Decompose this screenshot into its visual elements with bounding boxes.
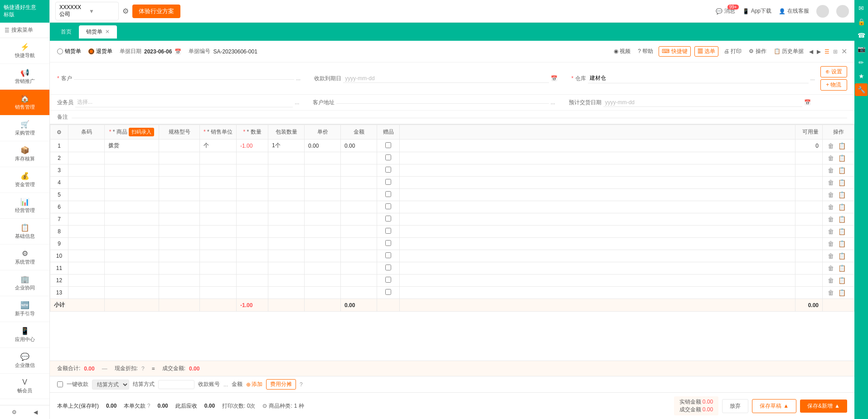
row-barcode[interactable]	[68, 164, 105, 177]
customer-dots[interactable]: ...	[296, 75, 301, 82]
row-amount[interactable]	[341, 226, 377, 238]
row-barcode[interactable]	[68, 201, 105, 213]
row-pkgqty[interactable]	[268, 164, 305, 177]
expected-date-calendar-icon[interactable]: 📅	[804, 99, 811, 106]
copy-row-icon[interactable]: 📋	[838, 167, 846, 174]
tab-sales-order[interactable]: 销货单 ✕	[79, 25, 117, 39]
avatar-2[interactable]	[836, 5, 849, 18]
fee-split-button[interactable]: 费用分摊	[266, 379, 296, 390]
row-gift[interactable]	[377, 213, 400, 226]
list-view-icon[interactable]: ☰	[824, 48, 829, 55]
row-spec[interactable]	[159, 287, 200, 299]
row-barcode[interactable]	[68, 226, 105, 238]
copy-row-icon[interactable]: 📋	[838, 216, 846, 223]
tab-close-icon[interactable]: ✕	[105, 29, 110, 35]
row-spec[interactable]	[159, 226, 200, 238]
operate-btn[interactable]: ⚙ 操作	[747, 47, 768, 56]
row-amount[interactable]	[341, 262, 377, 275]
form-close-icon[interactable]: ✕	[841, 47, 847, 56]
row-unit[interactable]	[200, 189, 237, 201]
row-product[interactable]	[105, 287, 159, 299]
row-qty[interactable]: -1.00	[237, 140, 268, 152]
row-spec[interactable]	[159, 164, 200, 177]
row-barcode[interactable]	[68, 177, 105, 189]
account-input[interactable]	[158, 380, 194, 389]
history-btn[interactable]: 📋 历史单据	[772, 47, 805, 56]
row-spec[interactable]	[159, 201, 200, 213]
row-qty[interactable]	[237, 250, 268, 262]
row-barcode[interactable]	[68, 152, 105, 164]
salesperson-input[interactable]: 选择...	[75, 97, 293, 107]
row-product[interactable]: 拨货	[105, 140, 159, 152]
row-amount[interactable]	[341, 250, 377, 262]
copy-row-icon[interactable]: 📋	[838, 191, 846, 198]
row-barcode[interactable]	[68, 189, 105, 201]
row-product[interactable]	[105, 164, 159, 177]
sidebar-item-quicknav[interactable]: ⚡ 快捷导航	[0, 38, 49, 64]
row-gift[interactable]	[377, 164, 400, 177]
row-unit[interactable]	[200, 226, 237, 238]
select-btn[interactable]: ☰ 选单	[694, 46, 718, 57]
copy-row-icon[interactable]: 📋	[838, 142, 846, 149]
avatar[interactable]	[816, 5, 829, 18]
row-qty[interactable]	[237, 226, 268, 238]
row-amount[interactable]: 0.00	[341, 140, 377, 152]
discard-button[interactable]: 放弃	[722, 399, 748, 413]
row-product[interactable]	[105, 189, 159, 201]
expected-date-input[interactable]: yyyy-mm-dd	[603, 98, 802, 107]
row-product[interactable]	[105, 250, 159, 262]
row-spec[interactable]	[159, 177, 200, 189]
row-product[interactable]	[105, 152, 159, 164]
one-click-pay-checkbox[interactable]	[57, 381, 63, 387]
row-unit[interactable]	[200, 213, 237, 226]
row-amount[interactable]	[341, 201, 377, 213]
row-qty[interactable]	[237, 213, 268, 226]
right-panel-phone-icon[interactable]: ☎	[855, 29, 868, 42]
row-barcode[interactable]	[68, 213, 105, 226]
salesperson-dots[interactable]: ...	[295, 99, 299, 106]
row-pkgqty[interactable]	[268, 201, 305, 213]
copy-row-icon[interactable]: 📋	[838, 179, 846, 186]
remarks-input[interactable]	[72, 116, 847, 118]
th-settings[interactable]: ⚙	[50, 125, 68, 140]
row-unit[interactable]	[200, 177, 237, 189]
row-pkgqty[interactable]	[268, 262, 305, 275]
delete-row-icon[interactable]: 🗑	[828, 289, 834, 296]
row-gift[interactable]	[377, 250, 400, 262]
delete-row-icon[interactable]: 🗑	[828, 277, 834, 284]
delete-row-icon[interactable]: 🗑	[828, 179, 834, 186]
row-product[interactable]	[105, 275, 159, 287]
account-dots[interactable]: ...	[223, 381, 228, 388]
sidebar-item-finance[interactable]: 💰 资金管理	[0, 167, 49, 193]
delete-row-icon[interactable]: 🗑	[828, 167, 834, 174]
row-product[interactable]	[105, 226, 159, 238]
delete-row-icon[interactable]: 🗑	[828, 265, 834, 272]
row-barcode[interactable]	[68, 238, 105, 250]
copy-row-icon[interactable]: 📋	[838, 203, 846, 211]
sidebar-item-system[interactable]: ⚙ 系统管理	[0, 245, 49, 270]
row-price[interactable]: 0.00	[305, 140, 341, 152]
row-pkgqty[interactable]	[268, 226, 305, 238]
row-product[interactable]	[105, 177, 159, 189]
settle-method-select[interactable]: 结算方式	[92, 380, 129, 390]
row-barcode[interactable]	[68, 140, 105, 152]
row-pkgqty[interactable]	[268, 189, 305, 201]
company-selector[interactable]: XXXXXX公司 ▼	[55, 2, 119, 20]
delete-row-icon[interactable]: 🗑	[828, 240, 834, 247]
logistics-button[interactable]: + 物流	[820, 79, 847, 91]
row-qty[interactable]	[237, 177, 268, 189]
row-spec[interactable]	[159, 250, 200, 262]
warehouse-input[interactable]: 建材仓	[588, 73, 809, 83]
row-price[interactable]	[305, 226, 341, 238]
trial-button[interactable]: 体验行业方案	[132, 5, 180, 18]
row-unit[interactable]	[200, 275, 237, 287]
video-btn[interactable]: ◉ 视频	[612, 47, 632, 56]
delete-row-icon[interactable]: 🗑	[828, 191, 834, 198]
copy-row-icon[interactable]: 📋	[838, 252, 846, 260]
online-service-button[interactable]: 👤 在线客服	[779, 7, 809, 15]
customer-addr-dots[interactable]: ...	[551, 99, 555, 106]
delete-row-icon[interactable]: 🗑	[828, 142, 834, 149]
row-unit[interactable]	[200, 287, 237, 299]
row-pkgqty[interactable]: 1个	[268, 140, 305, 152]
row-product[interactable]	[105, 213, 159, 226]
